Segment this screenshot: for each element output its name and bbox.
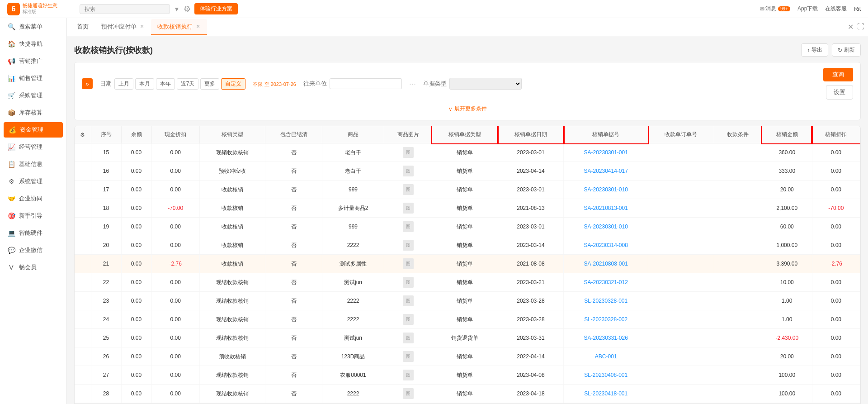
date-btn-custom[interactable]: 自定义 xyxy=(221,78,245,90)
col-cancel-no: 核销单据号 xyxy=(564,126,648,143)
data-table: ⚙ 序号 余额 现金折扣 核销类型 包含已结清 商品 商品图片 核销单据类型 核… xyxy=(75,126,860,403)
sidebar-label-search: 搜索菜单 xyxy=(19,23,42,31)
cell-cash-discount: 0.00 xyxy=(151,366,199,385)
col-included: 包含已结清 xyxy=(265,126,322,143)
tab-home[interactable]: 首页 xyxy=(71,19,95,35)
sidebar-item-search[interactable]: 🔍 搜索菜单 xyxy=(0,18,66,35)
sidebar-label-system: 系统管理 xyxy=(19,177,42,185)
cell-cash-discount: 0.00 xyxy=(151,162,199,181)
message-area[interactable]: ✉ 消息 99+ xyxy=(760,5,790,13)
sidebar-item-operation[interactable]: 📈 经营管理 xyxy=(0,138,66,156)
sidebar-item-guide[interactable]: 🎯 新手引导 xyxy=(0,207,66,224)
voucher-type-select[interactable] xyxy=(449,78,522,90)
cell-cash-discount: 0.00 xyxy=(151,292,199,310)
cell-cancel-no[interactable]: SA-20230301-010 xyxy=(564,181,648,199)
cell-goods: 测试jun xyxy=(322,273,384,292)
app-download[interactable]: App下载 xyxy=(797,5,818,13)
cell-cash-discount: 0.00 xyxy=(151,385,199,403)
sidebar-item-sales[interactable]: 📊 销售管理 xyxy=(0,70,66,87)
expand-filter-btn[interactable]: » xyxy=(82,78,93,89)
cell-cancel-no[interactable]: SA-20210808-001 xyxy=(564,255,648,273)
col-receipt-order-no: 收款单订单号 xyxy=(648,126,714,143)
cell-included: 否 xyxy=(265,310,322,329)
cell-cancel-no[interactable]: ABC-001 xyxy=(564,347,648,366)
user-name[interactable]: Rit xyxy=(854,6,861,12)
date-btn-this-month[interactable]: 本月 xyxy=(135,78,154,90)
cell-goods-img: 图 xyxy=(384,385,432,403)
cell-cancel-no[interactable]: SL-20230328-001 xyxy=(564,292,648,310)
brand-name: 畅捷通谊好生意 xyxy=(23,3,57,9)
sidebar-item-capital[interactable]: 💰 资金管理 xyxy=(4,122,63,138)
cell-cancel-no[interactable]: SA-20230301-010 xyxy=(564,218,648,236)
expand-more-btn[interactable]: ∨ 展开更多条件 xyxy=(82,103,853,114)
sidebar-item-purchase[interactable]: 🛒 采购管理 xyxy=(0,87,66,104)
tab-prepay-close[interactable]: ✕ xyxy=(139,23,145,30)
cell-included: 否 xyxy=(265,347,322,366)
sidebar-item-smart-hw[interactable]: 💻 智能硬件 xyxy=(0,224,66,242)
sidebar-label-wechat: 企业微信 xyxy=(19,246,42,254)
cell-cancel-no[interactable]: SA-20230331-026 xyxy=(564,329,648,347)
date-btn-this-year[interactable]: 本年 xyxy=(156,78,175,90)
cell-cancel-no[interactable]: SA-20230314-008 xyxy=(564,236,648,255)
cell-goods-img: 图 xyxy=(384,181,432,199)
cell-receipt-order-no xyxy=(648,366,714,385)
message-icon: ✉ xyxy=(760,6,764,12)
export-btn[interactable]: ↑ 导出 xyxy=(801,43,828,57)
tab-receipt-close[interactable]: ✕ xyxy=(195,23,201,30)
sidebar-item-enterprise[interactable]: 🤝 企业协同 xyxy=(0,190,66,207)
refresh-btn[interactable]: ↻ 刷新 xyxy=(832,43,861,57)
sidebar-item-wechat[interactable]: 💬 企业微信 xyxy=(0,242,66,259)
sidebar-item-marketing[interactable]: 📢 营销推广 xyxy=(0,52,66,70)
online-service[interactable]: 在线客服 xyxy=(825,5,847,13)
cell-included: 否 xyxy=(265,181,322,199)
col-cancel-discount: 核销折扣 xyxy=(812,126,860,143)
top-bar: 6 畅捷通谊好生意 标准版 ▼ ⚙ 体验行业方案 ✉ 消息 99+ App下载 … xyxy=(0,0,868,18)
tab-prepay[interactable]: 预付冲应付单 ✕ xyxy=(95,19,151,35)
cell-balance: 0.00 xyxy=(121,181,151,199)
sidebar-item-basic[interactable]: 📋 基础信息 xyxy=(0,156,66,173)
dropdown-icon[interactable]: ▼ xyxy=(174,5,180,13)
marketing-icon: 📢 xyxy=(7,57,15,65)
cell-cancel-discount: 0.00 xyxy=(812,181,860,199)
cell-cancel-discount: 0.00 xyxy=(812,329,860,347)
col-settings[interactable]: ⚙ xyxy=(75,126,91,143)
cell-cancel-amount: 60.00 xyxy=(762,218,812,236)
industry-btn[interactable]: 体验行业方案 xyxy=(194,3,238,14)
sidebar-item-system[interactable]: ⚙ 系统管理 xyxy=(0,173,66,190)
sidebar-item-vip[interactable]: V 畅会员 xyxy=(0,259,66,276)
settings-btn[interactable]: 设置 xyxy=(826,85,853,100)
cell-receipt-condition xyxy=(714,181,762,199)
cell-included: 否 xyxy=(265,366,322,385)
sidebar-label-enterprise: 企业协同 xyxy=(19,195,42,203)
counterpart-input[interactable] xyxy=(330,78,402,89)
cell-cancel-no[interactable]: SA-20230321-012 xyxy=(564,273,648,292)
cell-receipt-order-no xyxy=(648,181,714,199)
col-balance: 余额 xyxy=(121,126,151,143)
cell-cancel-no[interactable]: SL-20230328-002 xyxy=(564,310,648,329)
cell-cancel-no[interactable]: SL-20230418-001 xyxy=(564,385,648,403)
date-btn-more[interactable]: 更多 xyxy=(200,78,219,90)
table-row: 19 0.00 0.00 收款核销 否 999 图 销货单 2023-03-01… xyxy=(75,218,860,236)
sidebar-item-quick-nav[interactable]: 🏠 快捷导航 xyxy=(0,35,66,52)
tab-fullscreen-icon[interactable]: ⛶ xyxy=(857,23,864,31)
filter-counterpart: 往来单位 xyxy=(303,78,402,89)
cell-no: 17 xyxy=(91,181,121,199)
date-btn-7days[interactable]: 近7天 xyxy=(177,78,199,90)
tab-bar-actions: ✕ ⛶ xyxy=(848,23,864,31)
cell-cancel-discount: -2.76 xyxy=(812,255,860,273)
query-btn[interactable]: 查询 xyxy=(823,68,853,81)
tab-close-all-icon[interactable]: ✕ xyxy=(848,23,854,31)
sidebar-item-inventory[interactable]: 📦 库存核算 xyxy=(0,104,66,121)
date-btn-last-month[interactable]: 上月 xyxy=(114,78,133,90)
tab-bar: 首页 预付冲应付单 ✕ 收款核销执行 ✕ ✕ ⛶ xyxy=(67,18,868,36)
settings-icon[interactable]: ⚙ xyxy=(184,4,191,14)
top-search-input[interactable] xyxy=(80,4,170,14)
cell-cancel-no[interactable]: SA-20230301-001 xyxy=(564,143,648,162)
tab-receipt[interactable]: 收款核销执行 ✕ xyxy=(151,19,207,35)
cell-cancel-no[interactable]: SA-20210813-001 xyxy=(564,199,648,218)
cell-cancel-voucher-type: 销货单 xyxy=(432,143,498,162)
cell-cancel-no[interactable]: SA-20230414-017 xyxy=(564,162,648,181)
cell-cancel-type: 现结收款核销 xyxy=(199,385,265,403)
expand-more-icon: ∨ xyxy=(448,106,453,112)
cell-cancel-no[interactable]: SL-20230408-001 xyxy=(564,366,648,385)
